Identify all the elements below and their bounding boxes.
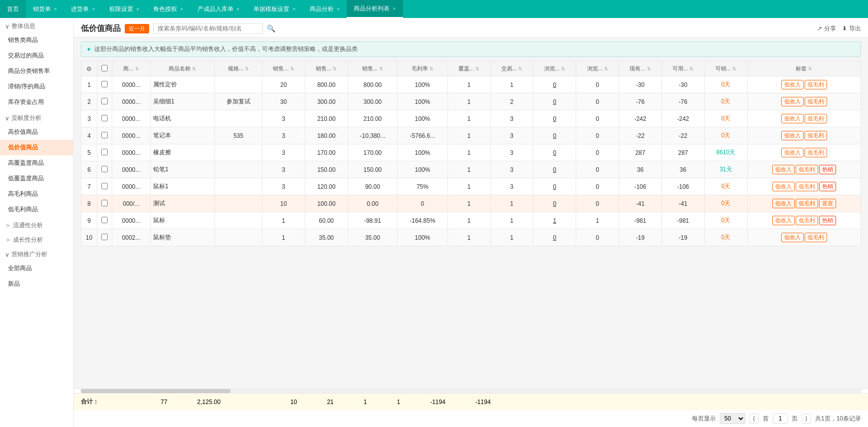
col-gear[interactable]: ⚙ [81,61,97,76]
sidebar-item-inventory-funds[interactable]: 库存资金占用 [0,94,73,110]
nav-product-analysis-list[interactable]: 商品分析列表 × [347,0,403,18]
row-checkbox-input[interactable] [101,98,108,104]
tag-低毛利: 低毛利 [805,97,827,106]
row-name: 吴细细1 [150,93,215,110]
view-link[interactable]: 0 [553,149,556,156]
sidebar-group-overall[interactable]: ∨ 整体信息 [0,18,73,32]
row-checkbox-input[interactable] [101,115,108,121]
nav-purchase-order[interactable]: 进货单 × [64,0,102,18]
row-checkbox-input[interactable] [101,234,108,240]
sidebar: ∨ 整体信息 销售类商品 交易过的商品 商品分类销售率 滞销/序的商品 库存资金… [0,18,74,427]
sidebar-group-marketing[interactable]: ∨ 营销推广分析 [0,246,73,261]
search-input[interactable] [153,23,263,34]
row-spec [215,144,262,161]
close-icon[interactable]: × [92,6,95,12]
scrollbar-thumb[interactable] [81,389,230,393]
sidebar-item-new-products[interactable]: 新品 [0,276,73,292]
row-view1: 0 [533,76,576,93]
row-checkbox-input[interactable] [101,132,108,138]
row-checkbox[interactable] [97,161,112,178]
view-link[interactable]: 0 [553,98,556,105]
page-number-input[interactable] [773,414,788,424]
sidebar-item-high-value[interactable]: 高价值商品 [0,124,73,140]
row-checkbox-input[interactable] [101,81,108,87]
row-checkbox[interactable] [97,212,112,229]
row-coverage: 1 [447,76,490,93]
sidebar-group-growth[interactable]: ＞ 成长性分析 [0,232,73,246]
gear-icon[interactable]: ⚙ [86,65,92,72]
row-checkbox[interactable] [97,110,112,127]
sidebar-item-slow-products[interactable]: 滞销/序的商品 [0,79,73,94]
sidebar-item-all-products[interactable]: 全部商品 [0,261,73,276]
per-page-select[interactable]: 50 100 200 [720,413,745,424]
row-num: 3 [81,110,97,127]
nav-product-warehouse[interactable]: 产成品入库单 × [191,0,246,18]
sidebar-item-low-margin[interactable]: 低毛利商品 [0,202,73,217]
sidebar-item-category-sales-rate[interactable]: 商品分类销售率 [0,63,73,79]
tag-热销: 热销 [819,165,836,174]
chevron-right-icon: ＞ [5,236,11,244]
row-checkbox[interactable] [97,178,112,195]
row-checkbox[interactable] [97,76,112,93]
view-link[interactable]: 0 [553,81,556,88]
nav-template-settings[interactable]: 单据模板设置 × [246,0,302,18]
row-checkbox-input[interactable] [101,166,108,172]
view-link[interactable]: 0 [553,183,556,190]
chevron-down-icon: ∨ [5,251,9,258]
row-checkbox[interactable] [97,229,112,246]
horizontal-scrollbar[interactable] [81,389,861,393]
select-all-checkbox[interactable] [101,65,108,71]
row-sale-profit: 150.00 [348,161,397,178]
row-checkbox-input[interactable] [101,217,108,223]
sidebar-group-contribution[interactable]: ∨ 贡献度分析 [0,110,73,124]
nav-permissions[interactable]: 权限设置 × [102,0,146,18]
total-sale-amount: 2,125.00 [197,399,220,406]
nav-sales-order[interactable]: 销货单 × [26,0,64,18]
view-link[interactable]: 0 [553,234,556,241]
sidebar-group-liquidity[interactable]: ＞ 流通性分析 [0,217,73,232]
sidebar-item-traded-products[interactable]: 交易过的商品 [0,48,73,63]
row-checkbox-input[interactable] [101,149,108,155]
next-page-button[interactable]: ⟩ [802,414,811,424]
date-badge[interactable]: 近一月 [125,24,149,33]
row-checkbox[interactable] [97,127,112,144]
close-icon[interactable]: × [337,6,340,12]
sidebar-item-high-coverage[interactable]: 高覆盖度商品 [0,155,73,171]
table-row: 10 0002... 鼠标垫 1 35.00 35.00 100% 1 1 0 … [81,229,861,246]
nav-role-auth[interactable]: 角色授权 × [146,0,190,18]
row-checkbox[interactable] [97,93,112,110]
tag-低收入: 低收入 [781,131,804,140]
row-coverage: 1 [447,144,490,161]
view-link[interactable]: 0 [553,132,556,139]
row-checkbox[interactable] [97,195,112,212]
search-icon[interactable]: 🔍 [267,24,275,32]
close-icon[interactable]: × [180,6,183,12]
sidebar-item-high-margin[interactable]: 高毛利商品 [0,186,73,202]
row-gross-margin: 100% [398,76,448,93]
export-button[interactable]: ⬇ 导出 [842,24,861,33]
row-checkbox-input[interactable] [101,200,108,206]
row-current: -76 [619,93,662,110]
row-trade: 1 [490,212,533,229]
first-page-button[interactable]: ⟨ [749,414,759,424]
share-button[interactable]: ↗ 分享 [817,24,836,33]
row-view1: 0 [533,127,576,144]
sidebar-item-low-coverage[interactable]: 低覆盖度商品 [0,171,73,186]
top-nav: 首页 销货单 × 进货单 × 权限设置 × 角色授权 × 产成品入库单 × 单据… [0,0,868,18]
share-icon: ↗ [817,25,822,32]
sidebar-item-low-value[interactable]: 低价值商品 [0,140,73,155]
nav-product-analysis[interactable]: 商品分析 × [303,0,347,18]
row-checkbox-input[interactable] [101,183,108,189]
sidebar-item-sales-products[interactable]: 销售类商品 [0,32,73,48]
close-icon[interactable]: × [393,5,396,11]
close-icon[interactable]: × [236,6,239,12]
view-link[interactable]: 0 [553,115,556,122]
close-icon[interactable]: × [292,6,295,12]
row-checkbox[interactable] [97,144,112,161]
nav-home[interactable]: 首页 [0,0,26,18]
view-link[interactable]: 0 [553,166,556,173]
view-link[interactable]: 0 [553,200,556,207]
close-icon[interactable]: × [136,6,139,12]
view-link[interactable]: 1 [553,217,556,224]
close-icon[interactable]: × [54,6,57,12]
